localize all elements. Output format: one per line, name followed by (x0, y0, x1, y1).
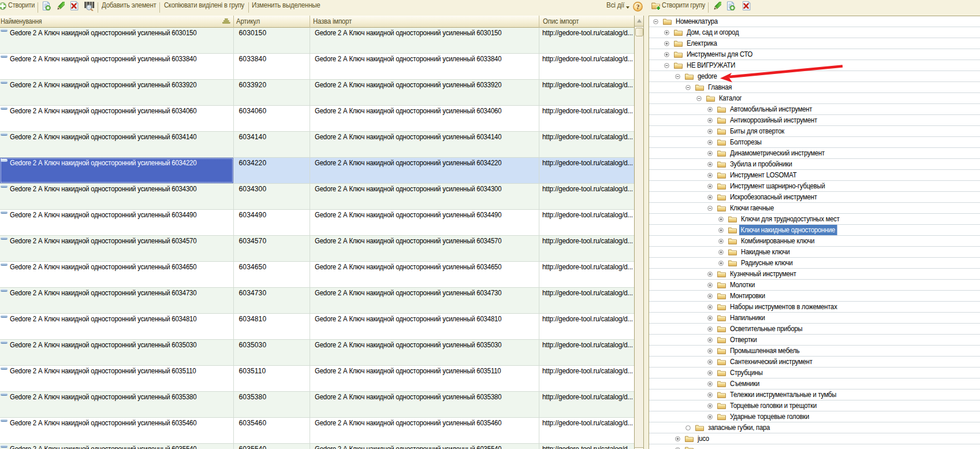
svg-text:?: ? (636, 3, 640, 10)
